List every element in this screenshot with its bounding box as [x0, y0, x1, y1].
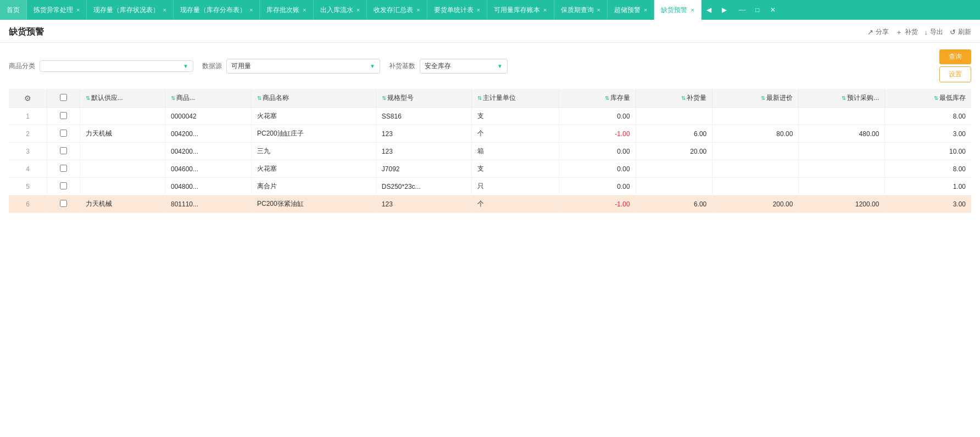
sort-est-purchase[interactable]: ⇅ 预计采购... [842, 93, 879, 103]
sort-name-icon: ⇅ [257, 95, 261, 101]
row-checkbox-cell[interactable] [47, 160, 80, 178]
row-checkbox-cell[interactable] [47, 195, 80, 213]
category-arrow-icon: ▼ [183, 63, 188, 69]
row-latest-price [712, 178, 799, 195]
tab-abnormal[interactable]: 拣货异常处理 × [27, 0, 87, 20]
window-maximize-btn[interactable]: □ [750, 0, 765, 20]
tab-order-stats[interactable]: 要货单统计表 × [427, 0, 487, 20]
sort-min-stock[interactable]: ⇅ 最低库存 [934, 93, 966, 103]
row-stock: -1.00 [559, 195, 636, 213]
datasource-select[interactable]: 可用量 ▼ [226, 59, 380, 74]
refresh-button[interactable]: ↺ 刷新 [950, 27, 971, 37]
tab-close-stock-status[interactable]: × [163, 7, 166, 13]
tab-close-overstock[interactable]: × [644, 7, 647, 13]
replenish-base-select[interactable]: 安全库存 ▼ [420, 59, 508, 74]
tab-overstock[interactable]: 超储预警 × [608, 0, 654, 20]
tab-home[interactable]: 首页 [0, 0, 27, 20]
th-est-purchase: ⇅ 预计采购... [799, 89, 885, 108]
table-row[interactable]: 5 004800... 离合片 DS250*23c... 只 0.00 1.00 [9, 178, 971, 195]
tab-shortage[interactable]: 缺货预警 × [654, 0, 701, 20]
tab-close-inout-flow[interactable]: × [357, 7, 360, 13]
window-close-btn[interactable]: ✕ [765, 0, 781, 20]
row-checkbox[interactable] [60, 112, 67, 119]
tab-recv-summary[interactable]: 收发存汇总表 × [367, 0, 427, 20]
row-index: 1 [9, 108, 47, 125]
row-checkbox[interactable] [60, 200, 67, 207]
category-select[interactable]: ▼ [40, 60, 193, 72]
sort-supplier[interactable]: ⇅ 默认供应... [86, 93, 123, 103]
row-unit: 只 [472, 178, 559, 195]
row-checkbox-cell[interactable] [47, 178, 80, 195]
export-button[interactable]: ↓ 导出 [925, 27, 944, 37]
filter-replenish-base: 补货基数 安全库存 ▼ [389, 59, 508, 74]
sort-spec[interactable]: ⇅ 规格型号 [382, 93, 414, 103]
table-row[interactable]: 3 004200... 三九 123 箱 0.00 20.00 10.00 [9, 143, 971, 160]
row-code: 004200... [165, 125, 251, 143]
row-min-stock: 3.00 [885, 195, 971, 213]
row-checkbox-cell[interactable] [47, 143, 80, 160]
tab-close-avail-ledger[interactable]: × [543, 7, 547, 13]
gear-icon[interactable]: ⚙ [24, 94, 31, 103]
tab-batch[interactable]: 库存批次账 × [260, 0, 313, 20]
tab-prev-btn[interactable]: ◀ [701, 0, 717, 20]
table-body: 1 0000042 火花塞 SS816 支 0.00 8.00 2 力天机械 0… [9, 108, 971, 213]
row-name: 三九 [252, 143, 376, 160]
table-row[interactable]: 6 力天机械 801110... PC200张紧油缸 123 个 -1.00 6… [9, 195, 971, 213]
row-checkbox[interactable] [60, 182, 67, 189]
row-code: 004800... [165, 178, 251, 195]
row-latest-price [712, 143, 799, 160]
sort-latest-price[interactable]: ⇅ 最新进价 [761, 93, 793, 103]
th-latest-price: ⇅ 最新进价 [712, 89, 799, 108]
table-row[interactable]: 1 0000042 火花塞 SS816 支 0.00 8.00 [9, 108, 971, 125]
row-stock: 0.00 [559, 143, 636, 160]
filter-buttons: 查询 设置 [939, 49, 971, 82]
tab-next-btn[interactable]: ▶ [717, 0, 732, 20]
tab-close-batch[interactable]: × [303, 7, 306, 13]
row-replenish-qty: 6.00 [636, 125, 712, 143]
refresh-icon: ↺ [950, 28, 956, 36]
tab-stock-dist[interactable]: 现存量（库存分布表） × [174, 0, 260, 20]
row-supplier [80, 160, 165, 178]
row-replenish-qty [636, 160, 712, 178]
settings-button[interactable]: 设置 [939, 66, 971, 82]
row-checkbox[interactable] [60, 147, 67, 154]
share-button[interactable]: ↗ 分享 [867, 27, 889, 37]
datasource-value: 可用量 [231, 61, 251, 71]
tab-close-shortage[interactable]: × [691, 7, 694, 13]
th-code: ⇅ 商品... [165, 89, 251, 108]
tab-stock-status[interactable]: 现存量（库存状况表） × [87, 0, 173, 20]
replenish-button[interactable]: ＋ 补货 [895, 27, 918, 37]
th-spec: ⇅ 规格型号 [376, 89, 471, 108]
row-name: PC200张紧油缸 [252, 195, 376, 213]
table-row[interactable]: 4 004600... 火花塞 J7092 支 0.00 8.00 [9, 160, 971, 178]
sort-name[interactable]: ⇅ 商品名称 [257, 93, 289, 103]
table-row[interactable]: 2 力天机械 004200... PC200油缸庄子 123 个 -1.00 6… [9, 125, 971, 143]
sort-min-stock-icon: ⇅ [934, 95, 938, 101]
checkbox-column-header[interactable] [47, 89, 80, 108]
query-button[interactable]: 查询 [939, 49, 971, 64]
datasource-arrow-icon: ▼ [370, 63, 375, 69]
row-checkbox[interactable] [60, 165, 67, 172]
tab-avail-ledger[interactable]: 可用量库存账本 × [487, 0, 554, 20]
tab-close-expiry[interactable]: × [597, 7, 600, 13]
tab-close-recv-summary[interactable]: × [416, 7, 420, 13]
row-checkbox[interactable] [60, 130, 67, 137]
select-all-checkbox[interactable] [60, 94, 67, 101]
tab-inout-flow[interactable]: 出入库流水 × [314, 0, 367, 20]
row-latest-price [712, 160, 799, 178]
window-minimize-btn[interactable]: — [734, 0, 750, 20]
tab-close-stock-dist[interactable]: × [249, 7, 253, 13]
th-supplier: ⇅ 默认供应... [80, 89, 165, 108]
datasource-label: 数据源 [202, 61, 222, 71]
sort-code[interactable]: ⇅ 商品... [171, 93, 195, 103]
row-checkbox-cell[interactable] [47, 125, 80, 143]
sort-unit[interactable]: ⇅ 主计量单位 [477, 93, 516, 103]
tab-close-abnormal[interactable]: × [76, 7, 80, 13]
filter-datasource: 数据源 可用量 ▼ [202, 59, 380, 74]
tab-expiry[interactable]: 保质期查询 × [554, 0, 608, 20]
sort-replenish-qty[interactable]: ⇅ 补货量 [681, 93, 706, 103]
gear-column-header[interactable]: ⚙ [9, 89, 47, 108]
row-checkbox-cell[interactable] [47, 108, 80, 125]
tab-close-order-stats[interactable]: × [477, 7, 480, 13]
sort-stock[interactable]: ⇅ 库存量 [605, 93, 630, 103]
